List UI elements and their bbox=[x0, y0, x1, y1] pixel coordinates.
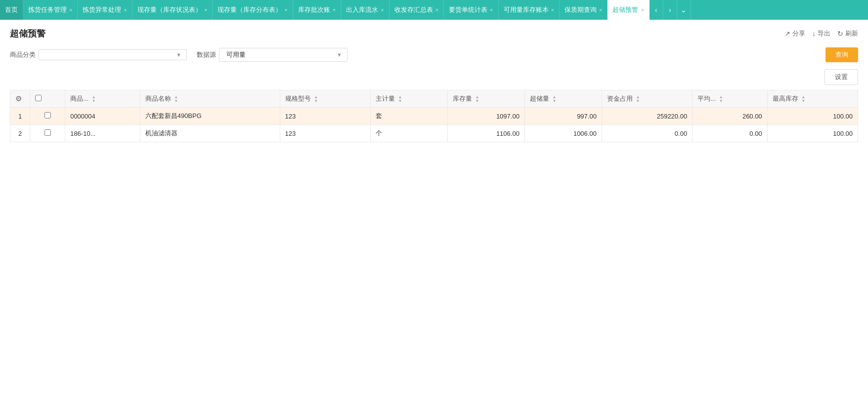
column-settings[interactable]: ⚙ bbox=[10, 90, 30, 108]
nav-item-order-stats[interactable]: 要货单统计表 × bbox=[444, 0, 498, 20]
close-icon[interactable]: × bbox=[381, 7, 384, 13]
avg-cell: 260.00 bbox=[693, 108, 768, 125]
share-button[interactable]: ↗ 分享 bbox=[784, 29, 805, 38]
nav-item-label: 超储预警 bbox=[612, 5, 638, 14]
column-avg[interactable]: 平均... ▲▼ bbox=[693, 90, 768, 108]
goods-name-cell: 机油滤清器 bbox=[140, 125, 280, 142]
row-checkbox[interactable] bbox=[44, 112, 51, 118]
spec-model-cell: 123 bbox=[280, 108, 370, 125]
data-source-filter: 数据源 可用量 ▼ bbox=[197, 48, 347, 62]
goods-code-cell: 186-10... bbox=[65, 125, 140, 142]
column-checkbox[interactable] bbox=[30, 90, 65, 108]
sort-icon: ▲▼ bbox=[174, 95, 178, 103]
export-button[interactable]: ↓ 导出 bbox=[812, 29, 830, 38]
over-stock-cell: 1006.00 bbox=[524, 125, 602, 142]
column-spec-model[interactable]: 规格型号 ▲▼ bbox=[280, 90, 370, 108]
nav-item-stock-status[interactable]: 现存量（库存状况表） × bbox=[132, 0, 213, 20]
main-unit-cell: 套 bbox=[370, 108, 447, 125]
gear-icon[interactable]: ⚙ bbox=[15, 94, 22, 103]
page-header: 超储预警 ↗ 分享 ↓ 导出 ↻ 刷新 bbox=[10, 28, 858, 40]
header-actions: ↗ 分享 ↓ 导出 ↻ 刷新 bbox=[784, 29, 858, 38]
close-icon[interactable]: × bbox=[599, 7, 602, 13]
column-goods-code-label: 商品... bbox=[70, 95, 88, 102]
close-icon[interactable]: × bbox=[641, 7, 644, 13]
close-icon[interactable]: × bbox=[204, 7, 207, 13]
nav-item-pick-task[interactable]: 拣货任务管理 × bbox=[23, 0, 78, 20]
nav-item-inout-flow[interactable]: 出入库流水 × bbox=[341, 0, 389, 20]
column-goods-name[interactable]: 商品名称 ▲▼ bbox=[140, 90, 280, 108]
close-icon[interactable]: × bbox=[124, 7, 127, 13]
nav-item-label: 出入库流水 bbox=[346, 5, 378, 14]
nav-item-label: 拣货异常处理 bbox=[83, 5, 121, 14]
nav-item-stock-dist[interactable]: 现存量（库存分布表） × bbox=[213, 0, 293, 20]
column-capital-used-label: 资金占用 bbox=[607, 95, 633, 102]
settings-row: 设置 bbox=[10, 69, 858, 85]
page-content: 超储预警 ↗ 分享 ↓ 导出 ↻ 刷新 商品分类 ▼ 数据源 bbox=[0, 20, 868, 395]
row-number: 2 bbox=[10, 125, 30, 142]
nav-menu-arrow[interactable]: ⌄ bbox=[677, 0, 691, 20]
nav-item-label: 保质期查询 bbox=[564, 5, 597, 14]
column-goods-code[interactable]: 商品... ▲▼ bbox=[65, 90, 140, 108]
close-icon[interactable]: × bbox=[284, 7, 287, 13]
close-icon[interactable]: × bbox=[551, 7, 554, 13]
goods-code-cell: 0000004 bbox=[65, 108, 140, 125]
nav-item-label: 现存量（库存分布表） bbox=[217, 5, 282, 14]
select-all-checkbox[interactable] bbox=[35, 95, 42, 101]
nav-item-pick-exception[interactable]: 拣货异常处理 × bbox=[78, 0, 132, 20]
column-main-unit[interactable]: 主计量 ▲▼ bbox=[370, 90, 447, 108]
row-checkbox-cell[interactable] bbox=[30, 108, 65, 125]
nav-item-home[interactable]: 首页 bbox=[0, 0, 23, 20]
query-button[interactable]: 查询 bbox=[825, 47, 858, 62]
sort-icon: ▲▼ bbox=[314, 95, 318, 103]
sort-icon: ▲▼ bbox=[475, 95, 479, 103]
refresh-button[interactable]: ↻ 刷新 bbox=[837, 29, 858, 38]
nav-bar: 首页 拣货任务管理 × 拣货异常处理 × 现存量（库存状况表） × 现存量（库存… bbox=[0, 0, 868, 20]
main-unit-cell: 个 bbox=[370, 125, 447, 142]
nav-prev-arrow[interactable]: ‹ bbox=[650, 0, 663, 20]
export-label: 导出 bbox=[818, 29, 830, 38]
sort-icon: ▲▼ bbox=[92, 95, 96, 103]
over-stock-cell: 997.00 bbox=[524, 108, 602, 125]
nav-item-stock-batch[interactable]: 库存批次账 × bbox=[293, 0, 341, 20]
column-goods-name-label: 商品名称 bbox=[145, 95, 171, 102]
column-spec-model-label: 规格型号 bbox=[285, 95, 311, 102]
page-title: 超储预警 bbox=[10, 28, 45, 40]
filter-row: 商品分类 ▼ 数据源 可用量 ▼ 查询 bbox=[10, 47, 858, 62]
close-icon[interactable]: × bbox=[333, 7, 336, 13]
row-checkbox-cell[interactable] bbox=[30, 125, 65, 142]
action-buttons: 查询 bbox=[825, 47, 858, 62]
sort-icon: ▲▼ bbox=[636, 95, 640, 103]
chevron-down-icon: ▼ bbox=[337, 52, 342, 58]
column-max-stock[interactable]: 最高库存 ▲▼ bbox=[767, 90, 858, 108]
table-row: 2 186-10... 机油滤清器 123 个 1106.00 1006.00 … bbox=[10, 125, 858, 142]
nav-item-available-stock[interactable]: 可用量库存账本 × bbox=[499, 0, 560, 20]
nav-next-arrow[interactable]: › bbox=[663, 0, 677, 20]
sort-icon: ▲▼ bbox=[398, 95, 402, 103]
goods-category-label: 商品分类 bbox=[10, 50, 36, 59]
column-stock-qty-label: 库存量 bbox=[453, 95, 472, 102]
column-over-stock[interactable]: 超储量 ▲▼ bbox=[524, 90, 602, 108]
settings-button[interactable]: 设置 bbox=[825, 69, 858, 85]
nav-item-receive-summary[interactable]: 收发存汇总表 × bbox=[390, 0, 444, 20]
close-icon[interactable]: × bbox=[490, 7, 493, 13]
row-checkbox[interactable] bbox=[44, 129, 51, 136]
nav-item-label: 收发存汇总表 bbox=[394, 5, 433, 14]
sort-icon: ▲▼ bbox=[719, 95, 723, 103]
data-source-label: 数据源 bbox=[197, 50, 216, 59]
nav-item-overstock[interactable]: 超储预警 × bbox=[608, 0, 649, 20]
share-label: 分享 bbox=[792, 29, 805, 38]
refresh-label: 刷新 bbox=[845, 29, 858, 38]
nav-item-expiry[interactable]: 保质期查询 × bbox=[560, 0, 608, 20]
close-icon[interactable]: × bbox=[435, 7, 438, 13]
column-avg-label: 平均... bbox=[697, 95, 716, 102]
goods-category-filter: 商品分类 ▼ bbox=[10, 49, 187, 60]
column-over-stock-label: 超储量 bbox=[530, 95, 549, 102]
data-source-select[interactable]: 可用量 ▼ bbox=[219, 48, 347, 62]
max-stock-cell: 100.00 bbox=[767, 108, 858, 125]
column-stock-qty[interactable]: 库存量 ▲▼ bbox=[447, 90, 524, 108]
close-icon[interactable]: × bbox=[69, 7, 72, 13]
column-capital-used[interactable]: 资金占用 ▲▼ bbox=[602, 90, 692, 108]
spec-model-cell: 123 bbox=[280, 125, 370, 142]
capital-used-cell: 0.00 bbox=[602, 125, 692, 142]
goods-category-select[interactable]: ▼ bbox=[39, 49, 187, 60]
